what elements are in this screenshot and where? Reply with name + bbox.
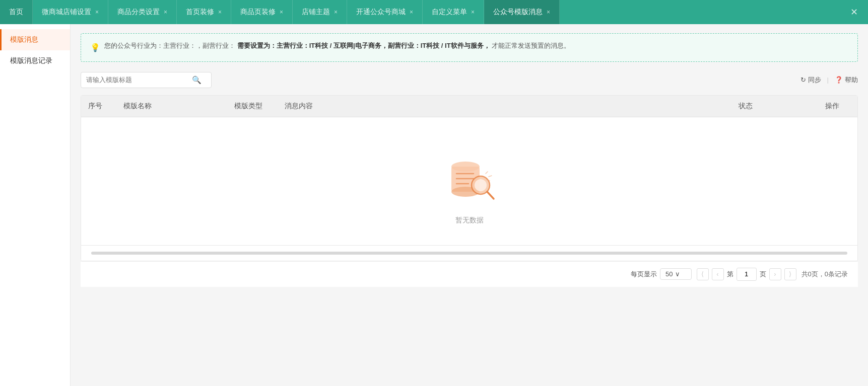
svg-line-9: [486, 172, 488, 174]
sidebar: 模版消息 模版消息记录: [0, 24, 71, 386]
sync-button[interactable]: ↻ 同步: [800, 75, 821, 85]
per-page-label: 每页显示: [631, 270, 657, 279]
close-tab-open-mall[interactable]: ×: [410, 9, 413, 16]
next-page-button[interactable]: ›: [769, 268, 781, 280]
current-page-input[interactable]: [737, 268, 757, 281]
tab-shop-theme[interactable]: 店铺主题 ×: [293, 0, 347, 24]
search-icon[interactable]: 🔍: [192, 75, 202, 85]
col-header-type: 模版类型: [227, 96, 278, 117]
notice-text: 您的公众号行业为：主营行业：，副营行业： 需要设置为：主营行业：IT科技 / 互…: [104, 41, 570, 51]
content-area: 💡 您的公众号行业为：主营行业：，副营行业： 需要设置为：主营行业：IT科技 /…: [71, 24, 868, 386]
tab-wshop-settings[interactable]: 微商城店铺设置 ×: [33, 0, 108, 24]
tab-home[interactable]: 首页: [0, 0, 33, 24]
tab-home-decor[interactable]: 首页装修 ×: [177, 0, 231, 24]
last-page-button[interactable]: ⟩: [784, 268, 796, 280]
close-tab-template-msg[interactable]: ×: [547, 9, 550, 16]
close-tab-product-decor[interactable]: ×: [280, 9, 283, 16]
data-table: 序号 模版名称 模版类型 消息内容 状态 操作: [81, 95, 858, 261]
svg-line-10: [489, 176, 492, 177]
horizontal-scrollbar[interactable]: [91, 252, 847, 255]
next-page-icon: ›: [774, 270, 776, 278]
per-page-value: 50: [665, 270, 673, 278]
page-post-label: 页: [760, 270, 766, 279]
search-input[interactable]: [86, 76, 192, 84]
top-nav: 首页 微商城店铺设置 × 商品分类设置 × 首页装修 × 商品页装修 × 店铺主…: [0, 0, 868, 24]
col-header-status: 状态: [731, 96, 807, 117]
dropdown-icon: ∨: [675, 270, 680, 278]
notice-banner: 💡 您的公众号行业为：主营行业：，副营行业： 需要设置为：主营行业：IT科技 /…: [81, 33, 858, 62]
notice-icon: 💡: [90, 41, 100, 54]
svg-point-7: [475, 179, 487, 191]
scroll-bar-area: [81, 245, 857, 261]
first-page-icon: ⟨: [701, 270, 704, 278]
empty-text: 暂无数据: [455, 216, 484, 225]
action-divider: |: [827, 76, 829, 84]
col-header-action: 操作: [807, 96, 857, 117]
per-page-dropdown[interactable]: 50 ∨: [660, 268, 691, 280]
sidebar-item-template-log[interactable]: 模版消息记录: [0, 50, 70, 71]
empty-state: 暂无数据: [81, 117, 857, 245]
prev-page-icon: ‹: [716, 270, 718, 278]
notice-highlight: 需要设置为：主营行业：IT科技 / 互联网|电子商务，副营行业：IT科技 / I…: [237, 42, 490, 49]
svg-line-8: [487, 192, 494, 199]
search-actions: ↻ 同步 | ❓ 帮助: [800, 75, 858, 85]
last-page-icon: ⟩: [789, 270, 791, 278]
search-input-wrap[interactable]: 🔍: [81, 72, 212, 88]
prev-page-button[interactable]: ‹: [712, 268, 724, 280]
col-header-name: 模版名称: [116, 96, 227, 117]
search-bar: 🔍 ↻ 同步 | ❓ 帮助: [81, 72, 858, 88]
close-tab-home-decor[interactable]: ×: [218, 9, 222, 16]
close-tab-wshop-settings[interactable]: ×: [95, 9, 99, 16]
close-all-tabs-button[interactable]: ✕: [840, 7, 868, 18]
page-pre-label: 第: [727, 270, 733, 279]
first-page-button[interactable]: ⟨: [697, 268, 709, 280]
tab-product-decor[interactable]: 商品页装修 ×: [231, 0, 293, 24]
help-icon: ❓: [835, 76, 843, 84]
total-info: 共0页，0条记录: [802, 270, 848, 279]
col-header-content: 消息内容: [278, 96, 731, 117]
page-navigation: ⟨ ‹ 第 页 › ⟩: [697, 268, 796, 281]
sync-icon: ↻: [800, 76, 806, 84]
close-tab-shop-theme[interactable]: ×: [334, 9, 338, 16]
table-header: 序号 模版名称 模版类型 消息内容 状态 操作: [81, 96, 857, 117]
tab-product-category[interactable]: 商品分类设置 ×: [108, 0, 177, 24]
tab-template-msg[interactable]: 公众号模版消息 ×: [484, 0, 560, 24]
tab-open-mall[interactable]: 开通公众号商城 ×: [347, 0, 423, 24]
empty-illustration: [439, 147, 500, 208]
close-tab-product-category[interactable]: ×: [164, 9, 167, 16]
close-tab-custom-menu[interactable]: ×: [471, 9, 475, 16]
pagination: 每页显示 50 ∨ ⟨ ‹ 第 页 ›: [81, 261, 858, 287]
tab-custom-menu[interactable]: 自定义菜单 ×: [423, 0, 484, 24]
main-layout: 模版消息 模版消息记录 💡 您的公众号行业为：主营行业：，副营行业： 需要设置为…: [0, 24, 868, 386]
sidebar-item-template-message[interactable]: 模版消息: [0, 29, 70, 50]
col-header-seq: 序号: [81, 96, 116, 117]
per-page-select: 每页显示 50 ∨: [631, 268, 691, 280]
help-button[interactable]: ❓ 帮助: [835, 75, 858, 85]
